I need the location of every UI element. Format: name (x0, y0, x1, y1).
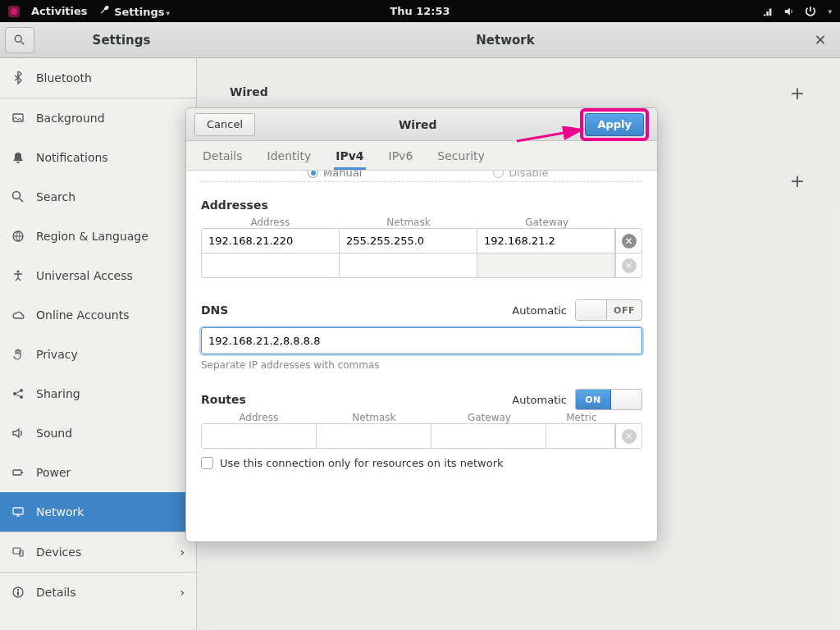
sidebar-item-power[interactable]: Power (0, 453, 196, 492)
distro-logo-icon (8, 6, 20, 17)
sidebar-item-label: Devices (36, 546, 81, 559)
svg-line-1 (21, 41, 25, 44)
activities-button[interactable]: Activities (31, 5, 88, 17)
wired-connection-dialog: Cancel Wired Apply Details Identity IPv4… (185, 107, 658, 542)
connection-only-resources-checkbox[interactable] (201, 457, 213, 469)
address-0-gateway-input[interactable] (477, 229, 614, 253)
svg-point-7 (13, 392, 16, 395)
address-0-netmask-input[interactable] (340, 229, 477, 253)
svg-rect-12 (13, 508, 23, 514)
dialog-title: Wired (399, 118, 437, 131)
chevron-down-icon[interactable]: ▾ (828, 7, 832, 16)
ipv4-method-manual-radio[interactable]: Manual (308, 171, 362, 179)
routes-automatic-switch[interactable]: ON (575, 389, 642, 410)
sidebar-item-background[interactable]: Background (0, 98, 196, 138)
tab-ipv6[interactable]: IPv6 (387, 142, 415, 170)
sidebar-item-label: Network (36, 505, 185, 518)
chevron-right-icon: › (180, 586, 185, 599)
sidebar-item-devices[interactable]: Devices› (0, 532, 196, 572)
sidebar-item-search[interactable]: Search (0, 177, 196, 217)
power-icon (11, 466, 25, 479)
sidebar-item-sharing[interactable]: Sharing (0, 374, 196, 413)
sidebar-item-universal-access[interactable]: Universal Access (0, 256, 196, 295)
route-0-address-input[interactable] (202, 424, 316, 448)
sidebar-item-sound[interactable]: Sound (0, 413, 196, 453)
details-icon (11, 586, 25, 599)
svg-rect-16 (17, 591, 19, 596)
dns-hint: Separate IP addresses with commas (201, 359, 642, 371)
ipv4-method-disable-radio[interactable]: Disable (493, 171, 548, 179)
sidebar-item-label: Details (36, 586, 76, 599)
volume-icon[interactable] (783, 6, 795, 17)
power-icon[interactable] (805, 6, 816, 17)
tab-identity[interactable]: Identity (266, 142, 313, 170)
addresses-heading: Addresses (201, 199, 642, 212)
window-close-button[interactable]: ✕ (807, 27, 833, 53)
sidebar-item-label: Search (36, 190, 185, 203)
accessibility-icon (11, 269, 25, 282)
address-1-remove-button[interactable]: ✕ (615, 253, 641, 277)
sidebar-item-region-language[interactable]: Region & Language (0, 217, 196, 256)
tab-security[interactable]: Security (436, 142, 486, 170)
sidebar-item-online-accounts[interactable]: Online Accounts (0, 295, 196, 335)
dns-heading: DNS (201, 304, 228, 317)
route-0-metric-input[interactable] (546, 424, 614, 448)
radio-label: Manual (323, 171, 362, 179)
address-1-netmask-input[interactable] (340, 253, 477, 277)
svg-point-9 (20, 395, 23, 399)
cancel-button[interactable]: Cancel (194, 113, 255, 136)
address-1-address-input[interactable] (202, 253, 339, 277)
gnome-topbar: Activities Settings▾ Thu 12:53 ▾ (0, 0, 840, 22)
dns-automatic-label: Automatic (512, 304, 567, 317)
sidebar-item-network[interactable]: Network (0, 492, 196, 532)
sidebar-item-bluetooth[interactable]: Bluetooth (0, 58, 196, 98)
network-status-icon[interactable] (762, 6, 774, 17)
tab-details[interactable]: Details (201, 142, 244, 170)
col-route-gateway: Gateway (431, 412, 547, 423)
globe-icon (11, 230, 25, 243)
dns-automatic-switch[interactable]: OFF (575, 299, 642, 321)
search-icon (11, 190, 25, 203)
sidebar-item-label: Sharing (36, 387, 185, 400)
sidebar-item-label: Power (36, 466, 185, 479)
route-0-remove-button[interactable]: ✕ (615, 424, 641, 448)
sidebar-item-label: Sound (36, 427, 185, 440)
col-address: Address (201, 217, 340, 228)
clock[interactable]: Thu 12:53 (390, 5, 450, 17)
add-wired-button[interactable]: + (788, 83, 807, 103)
address-0-remove-button[interactable]: ✕ (615, 229, 641, 253)
sidebar-item-privacy[interactable]: Privacy (0, 335, 196, 374)
address-0-address-input[interactable] (202, 229, 339, 253)
col-netmask: Netmask (340, 217, 478, 228)
radio-label: Disable (509, 171, 548, 179)
search-icon (14, 34, 25, 46)
add-connection-button[interactable]: + (788, 171, 807, 191)
col-route-netmask: Netmask (317, 412, 432, 423)
sidebar-item-details[interactable]: Details› (0, 573, 196, 612)
switch-label: OFF (607, 300, 641, 320)
apply-button[interactable]: Apply (585, 113, 644, 136)
share-icon (11, 387, 25, 400)
tab-ipv4[interactable]: IPv4 (334, 142, 365, 170)
svg-point-6 (16, 270, 19, 272)
svg-line-4 (20, 199, 23, 202)
route-0-netmask-input[interactable] (317, 424, 431, 448)
route-0-gateway-input[interactable] (431, 424, 546, 448)
col-route-address: Address (201, 412, 317, 423)
sidebar-item-notifications[interactable]: Notifications (0, 138, 196, 177)
connection-only-resources-label: Use this connection only for resources o… (220, 457, 504, 469)
cloud-icon (11, 308, 25, 322)
chevron-right-icon: › (180, 546, 185, 559)
svg-rect-17 (17, 589, 19, 591)
dns-servers-input[interactable] (201, 327, 642, 354)
app-menu[interactable]: Settings▾ (99, 4, 170, 18)
sidebar-title: Settings (39, 33, 203, 48)
close-icon: ✕ (814, 31, 826, 48)
svg-rect-10 (13, 470, 21, 475)
page-title: Network (203, 33, 807, 48)
sidebar-search-button[interactable] (5, 27, 34, 53)
wrench-icon (99, 4, 111, 16)
apply-highlight: Apply (580, 108, 649, 141)
sidebar-item-label: Region & Language (36, 230, 185, 243)
window-headerbar: Settings Network ✕ (0, 22, 840, 58)
